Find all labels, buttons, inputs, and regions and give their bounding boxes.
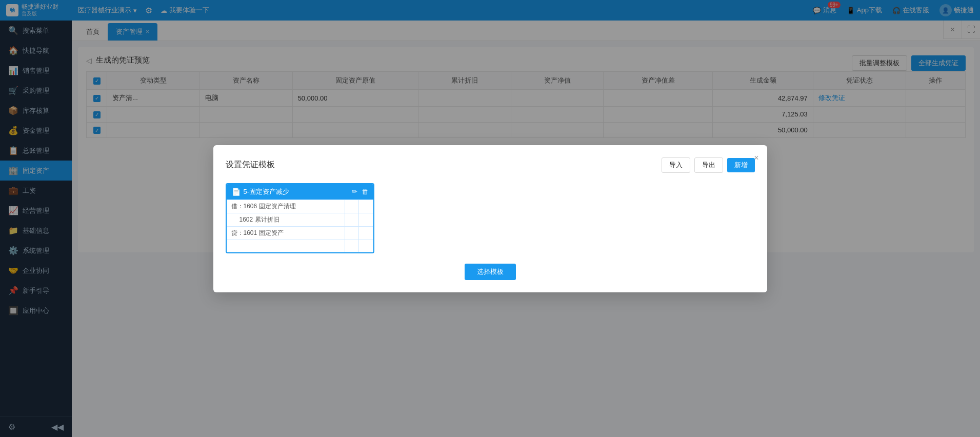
template-card-header: 📄 5-固定资产减少 ✏ 🗑 <box>227 184 373 200</box>
modal-header: 设置凭证模板 导入 导出 新增 <box>226 157 755 173</box>
template-delete-icon[interactable]: 🗑 <box>362 188 368 195</box>
entry-empty <box>227 240 345 252</box>
entry-credit-amount <box>359 200 373 213</box>
table-row <box>227 240 373 252</box>
choose-template-button[interactable]: 选择模板 <box>465 264 516 280</box>
entry-type-label: 1602 累计折旧 <box>227 213 345 226</box>
entry-credit-amount <box>359 213 373 226</box>
entry-type-label: 借：1606 固定资产清理 <box>227 200 345 213</box>
template-list: 📄 5-固定资产减少 ✏ 🗑 借：1606 固定资产清理 <box>226 183 755 253</box>
template-edit-icon[interactable]: ✏ <box>352 188 357 195</box>
table-row: 贷：1601 固定资产 <box>227 226 373 240</box>
export-button[interactable]: 导出 <box>694 157 723 173</box>
template-entries-table: 借：1606 固定资产清理 1602 累计折旧 贷：1601 固定资产 <box>227 200 373 252</box>
import-button[interactable]: 导入 <box>662 157 690 173</box>
entry-credit-amount <box>359 226 373 240</box>
modal-title: 设置凭证模板 <box>226 160 275 170</box>
entry-col2 <box>345 240 358 252</box>
entry-debit-amount <box>345 213 358 226</box>
entry-debit-amount <box>345 200 358 213</box>
new-template-button[interactable]: 新增 <box>727 158 755 172</box>
entry-type-label: 贷：1601 固定资产 <box>227 226 345 240</box>
template-card-1: 📄 5-固定资产减少 ✏ 🗑 借：1606 固定资产清理 <box>226 183 374 253</box>
template-card-header-left: 📄 5-固定资产减少 <box>232 187 290 196</box>
modal-header-actions: 导入 导出 新增 <box>662 157 755 173</box>
modal-overlay: × 设置凭证模板 导入 导出 新增 📄 5-固定资产减少 ✏ <box>0 0 980 437</box>
table-row: 借：1606 固定资产清理 <box>227 200 373 213</box>
table-row: 1602 累计折旧 <box>227 213 373 226</box>
entry-debit-amount <box>345 226 358 240</box>
modal-close-button[interactable]: × <box>754 153 758 163</box>
template-doc-icon: 📄 <box>232 188 241 196</box>
entry-col3 <box>359 240 373 252</box>
template-title: 5-固定资产减少 <box>244 187 290 196</box>
template-card-actions: ✏ 🗑 <box>352 188 368 195</box>
modal-set-template: × 设置凭证模板 导入 导出 新增 📄 5-固定资产减少 ✏ <box>213 145 767 292</box>
